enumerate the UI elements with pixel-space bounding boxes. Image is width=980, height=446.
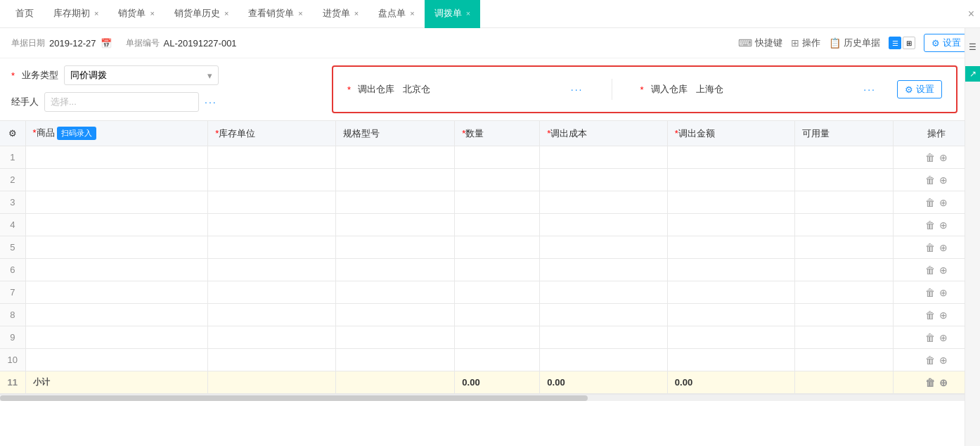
- unit-cell-3[interactable]: [208, 191, 335, 214]
- cost-cell-8[interactable]: [540, 304, 667, 326]
- unit-cell-8[interactable]: [208, 304, 335, 326]
- unit-cell-1[interactable]: [208, 146, 335, 169]
- delete-icon-4[interactable]: 🗑: [925, 219, 935, 231]
- spec-cell-10[interactable]: [335, 349, 455, 371]
- avail-cell-2[interactable]: [795, 169, 893, 191]
- tab-close-inventory-init[interactable]: ×: [94, 9, 98, 18]
- goods-cell-6[interactable]: [25, 259, 208, 281]
- delete-icon-2[interactable]: 🗑: [925, 174, 935, 186]
- tab-inventory-init[interactable]: 库存期初 ×: [44, 0, 108, 28]
- horizontal-scrollbar[interactable]: [0, 394, 980, 401]
- transfer-in-more-button[interactable]: ···: [863, 84, 876, 95]
- unit-cell-2[interactable]: [208, 169, 335, 191]
- unit-cell-5[interactable]: [208, 236, 335, 259]
- cost-cell-3[interactable]: [540, 191, 667, 214]
- copy-icon-2[interactable]: ⊕: [939, 174, 948, 186]
- amount-cell-2[interactable]: [667, 169, 794, 191]
- goods-cell-4[interactable]: [25, 214, 208, 236]
- avail-cell-3[interactable]: [795, 191, 893, 214]
- delete-icon-1[interactable]: 🗑: [925, 152, 935, 163]
- tab-purchase-order[interactable]: 进货单 ×: [313, 0, 368, 28]
- copy-icon[interactable]: ⊕: [939, 377, 948, 388]
- qty-cell-8[interactable]: [455, 304, 540, 326]
- avail-cell-7[interactable]: [795, 281, 893, 304]
- copy-icon-4[interactable]: ⊕: [939, 219, 948, 231]
- goods-cell-3[interactable]: [25, 191, 208, 214]
- spec-cell-3[interactable]: [335, 191, 455, 214]
- multi-column-button[interactable]: ⊞: [903, 37, 915, 49]
- qty-cell-3[interactable]: [455, 191, 540, 214]
- avail-cell-1[interactable]: [795, 146, 893, 169]
- copy-icon-5[interactable]: ⊕: [939, 242, 948, 253]
- avail-cell-9[interactable]: [795, 326, 893, 349]
- th-gear[interactable]: ⚙: [0, 121, 25, 146]
- tab-close-transfer[interactable]: ×: [466, 9, 470, 18]
- warehouse-setting-button[interactable]: ⚙ 设置: [897, 80, 942, 98]
- avail-cell-6[interactable]: [795, 259, 893, 281]
- spec-cell-5[interactable]: [335, 236, 455, 259]
- shortcuts-button[interactable]: ⌨ 快捷键: [738, 37, 782, 49]
- qty-cell-4[interactable]: [455, 214, 540, 236]
- spec-cell-7[interactable]: [335, 281, 455, 304]
- unit-cell-9[interactable]: [208, 326, 335, 349]
- tab-transfer[interactable]: 调拨单 ×: [425, 0, 480, 28]
- avail-cell-5[interactable]: [795, 236, 893, 259]
- tab-view-sales[interactable]: 查看销货单 ×: [238, 0, 312, 28]
- qty-cell-7[interactable]: [455, 281, 540, 304]
- amount-cell-1[interactable]: [667, 146, 794, 169]
- goods-cell-1[interactable]: [25, 146, 208, 169]
- spec-cell-6[interactable]: [335, 259, 455, 281]
- goods-cell-8[interactable]: [25, 304, 208, 326]
- qty-cell-5[interactable]: [455, 236, 540, 259]
- amount-cell-9[interactable]: [667, 326, 794, 349]
- copy-icon-10[interactable]: ⊕: [939, 355, 948, 366]
- qty-cell-10[interactable]: [455, 349, 540, 371]
- delete-icon-7[interactable]: 🗑: [925, 287, 935, 298]
- handler-select[interactable]: 选择...: [44, 92, 199, 112]
- cost-cell-9[interactable]: [540, 326, 667, 349]
- amount-cell-8[interactable]: [667, 304, 794, 326]
- copy-icon-8[interactable]: ⊕: [939, 310, 948, 321]
- tab-stocktake[interactable]: 盘点单 ×: [368, 0, 424, 28]
- qty-cell-1[interactable]: [455, 146, 540, 169]
- unit-cell-10[interactable]: [208, 349, 335, 371]
- copy-icon-3[interactable]: ⊕: [939, 197, 948, 208]
- scan-button[interactable]: 扫码录入: [57, 127, 96, 140]
- delete-icon-5[interactable]: 🗑: [925, 242, 935, 253]
- cost-cell-5[interactable]: [540, 236, 667, 259]
- tab-sales-order[interactable]: 销货单 ×: [108, 0, 164, 28]
- qty-cell-6[interactable]: [455, 259, 540, 281]
- qty-cell-9[interactable]: [455, 326, 540, 349]
- goods-cell-7[interactable]: [25, 281, 208, 304]
- window-close-button[interactable]: ×: [968, 8, 974, 20]
- unit-cell-6[interactable]: [208, 259, 335, 281]
- copy-icon-7[interactable]: ⊕: [939, 287, 948, 298]
- delete-icon-6[interactable]: 🗑: [925, 265, 935, 276]
- amount-cell-7[interactable]: [667, 281, 794, 304]
- cost-cell-7[interactable]: [540, 281, 667, 304]
- history-button[interactable]: 📋 历史单据: [829, 37, 880, 49]
- copy-icon-6[interactable]: ⊕: [939, 265, 948, 276]
- amount-cell-3[interactable]: [667, 191, 794, 214]
- operations-button[interactable]: ⊞ 操作: [791, 37, 820, 49]
- delete-icon-3[interactable]: 🗑: [925, 197, 935, 208]
- goods-cell-2[interactable]: [25, 169, 208, 191]
- sidebar-export-button[interactable]: ↗: [965, 66, 981, 82]
- transfer-out-more-button[interactable]: ···: [571, 84, 584, 95]
- cost-cell-1[interactable]: [540, 146, 667, 169]
- tab-close-sales-order[interactable]: ×: [150, 9, 154, 18]
- spec-cell-2[interactable]: [335, 169, 455, 191]
- copy-icon-1[interactable]: ⊕: [939, 152, 948, 163]
- copy-icon-9[interactable]: ⊕: [939, 332, 948, 343]
- delete-icon[interactable]: 🗑: [925, 377, 935, 388]
- goods-cell-5[interactable]: [25, 236, 208, 259]
- cost-cell-6[interactable]: [540, 259, 667, 281]
- avail-cell-4[interactable]: [795, 214, 893, 236]
- tab-sales-history[interactable]: 销货单历史 ×: [165, 0, 238, 28]
- handler-more-button[interactable]: ···: [205, 96, 217, 108]
- qty-cell-2[interactable]: [455, 169, 540, 191]
- cost-cell-2[interactable]: [540, 169, 667, 191]
- spec-cell-4[interactable]: [335, 214, 455, 236]
- unit-cell-4[interactable]: [208, 214, 335, 236]
- tab-close-sales-history[interactable]: ×: [224, 9, 228, 18]
